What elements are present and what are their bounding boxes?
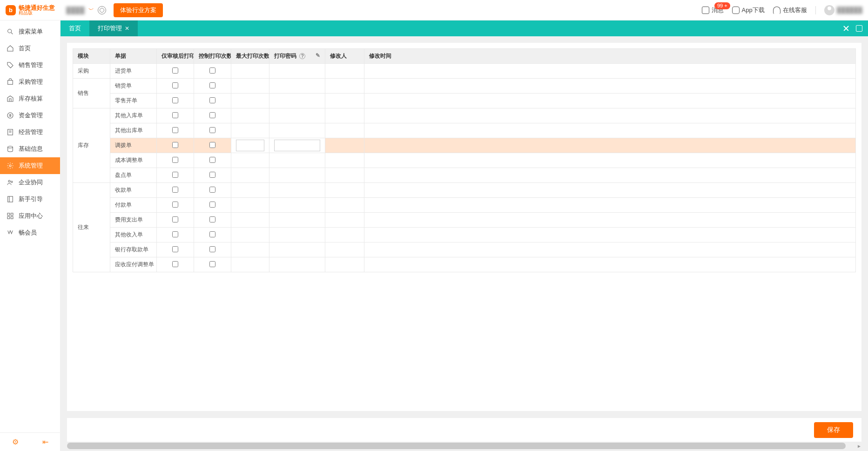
horizontal-scrollbar[interactable]: ◄ ► bbox=[67, 443, 861, 449]
limit-checkbox[interactable] bbox=[209, 216, 215, 222]
cell-modifier bbox=[325, 79, 364, 94]
audit-checkbox[interactable] bbox=[172, 202, 178, 208]
sidebar-item-db[interactable]: 基础信息 bbox=[0, 141, 60, 157]
audit-checkbox[interactable] bbox=[172, 231, 178, 237]
online-service-button[interactable]: 在线客服 bbox=[773, 6, 807, 14]
limit-checkbox[interactable] bbox=[209, 157, 215, 163]
limit-checkbox[interactable] bbox=[209, 187, 215, 193]
search-icon bbox=[7, 28, 14, 35]
limit-checkbox[interactable] bbox=[209, 142, 215, 148]
settings-icon[interactable]: ⚙ bbox=[12, 438, 19, 446]
limit-checkbox[interactable] bbox=[209, 112, 215, 118]
limit-checkbox[interactable] bbox=[209, 172, 215, 178]
cell-print-password bbox=[269, 257, 325, 272]
limit-checkbox[interactable] bbox=[209, 67, 215, 74]
limit-checkbox[interactable] bbox=[209, 97, 215, 103]
messages-button[interactable]: 消息 99 + bbox=[702, 6, 724, 14]
table-row[interactable]: 销售销货单 bbox=[73, 79, 856, 94]
sidebar-item-apps[interactable]: 应用中心 bbox=[0, 208, 60, 224]
cell-modifier bbox=[325, 168, 364, 183]
audit-checkbox[interactable] bbox=[172, 127, 178, 133]
close-all-tabs-icon[interactable] bbox=[843, 25, 849, 32]
industry-plan-button[interactable]: 体验行业方案 bbox=[114, 3, 163, 17]
audit-checkbox[interactable] bbox=[172, 246, 178, 252]
cell-modify-time bbox=[364, 64, 856, 79]
sidebar-item-gear[interactable]: 系统管理 bbox=[0, 157, 60, 174]
collapse-icon[interactable]: ⇤ bbox=[42, 438, 48, 446]
cell-max-count bbox=[231, 64, 269, 79]
sidebar-item-team[interactable]: 企业协同 bbox=[0, 174, 60, 191]
sidebar-item-stock[interactable]: 库存核算 bbox=[0, 90, 60, 107]
audit-checkbox[interactable] bbox=[172, 172, 178, 178]
panel: 模块 单据 仅审核后打印 控制打印次数 最大打印次数 打印密码 ? ✎ 修改人 bbox=[67, 43, 861, 411]
max-count-input[interactable] bbox=[236, 140, 264, 151]
cell-print-password bbox=[269, 108, 325, 123]
fullscreen-icon[interactable] bbox=[856, 25, 862, 32]
audit-checkbox[interactable] bbox=[172, 187, 178, 193]
cell-print-password bbox=[269, 168, 325, 183]
sidebar-item-vip[interactable]: 畅会员 bbox=[0, 224, 60, 241]
tab-print-manage[interactable]: 打印管理 ✕ bbox=[89, 20, 138, 36]
svg-point-9 bbox=[8, 180, 10, 182]
sidebar: 搜索菜单首页销售管理采购管理库存核算资金管理经营管理基础信息系统管理企业协同新手… bbox=[0, 20, 61, 451]
user-menu[interactable]: ██████ bbox=[824, 5, 862, 15]
table-row[interactable]: 费用支出单 bbox=[73, 213, 856, 228]
sidebar-item-money[interactable]: 资金管理 bbox=[0, 107, 60, 124]
audit-checkbox[interactable] bbox=[172, 67, 178, 74]
limit-checkbox[interactable] bbox=[209, 82, 215, 88]
table-header-row: 模块 单据 仅审核后打印 控制打印次数 最大打印次数 打印密码 ? ✎ 修改人 bbox=[73, 49, 856, 64]
limit-checkbox[interactable] bbox=[209, 202, 215, 208]
print-password-input[interactable] bbox=[274, 140, 320, 151]
edit-icon[interactable]: ✎ bbox=[316, 52, 320, 59]
audit-checkbox[interactable] bbox=[172, 216, 178, 222]
cell-max-count bbox=[231, 213, 269, 228]
save-button[interactable]: 保存 bbox=[814, 422, 853, 438]
audit-checkbox[interactable] bbox=[172, 157, 178, 163]
sidebar-item-report[interactable]: 经营管理 bbox=[0, 124, 60, 141]
table-row[interactable]: 应收应付调整单 bbox=[73, 257, 856, 272]
gear-icon[interactable] bbox=[98, 6, 106, 14]
audit-checkbox[interactable] bbox=[172, 261, 178, 267]
table-row[interactable]: 其他出库单 bbox=[73, 123, 856, 138]
audit-checkbox[interactable] bbox=[172, 112, 178, 118]
audit-checkbox[interactable] bbox=[172, 142, 178, 148]
cell-doc: 其他出库单 bbox=[110, 123, 157, 138]
sidebar-item-guide[interactable]: 新手引导 bbox=[0, 191, 60, 208]
cell-max-count bbox=[231, 198, 269, 213]
sidebar-item-search[interactable]: 搜索菜单 bbox=[0, 23, 60, 40]
sidebar-item-label: 搜索菜单 bbox=[19, 27, 43, 36]
table-row[interactable]: 银行存取款单 bbox=[73, 242, 856, 257]
audit-checkbox[interactable] bbox=[172, 97, 178, 103]
app-download-button[interactable]: App下载 bbox=[732, 6, 765, 14]
limit-checkbox[interactable] bbox=[209, 231, 215, 237]
tab-home[interactable]: 首页 bbox=[61, 20, 89, 36]
app-download-label: App下载 bbox=[742, 6, 765, 14]
table-row[interactable]: 库存其他入库单 bbox=[73, 108, 856, 123]
table-row[interactable]: 盘点单 bbox=[73, 168, 856, 183]
help-icon[interactable]: ? bbox=[299, 53, 305, 59]
table-row[interactable]: 成本调整单 bbox=[73, 153, 856, 168]
col-print-password-label: 打印密码 bbox=[274, 53, 296, 59]
limit-checkbox[interactable] bbox=[209, 261, 215, 267]
scrollbar-thumb[interactable] bbox=[67, 443, 846, 449]
sidebar-item-bag[interactable]: 采购管理 bbox=[0, 74, 60, 90]
limit-checkbox[interactable] bbox=[209, 246, 215, 252]
table-row[interactable]: 调拨单 bbox=[73, 138, 856, 153]
table-row[interactable]: 往来收款单 bbox=[73, 183, 856, 198]
table-row[interactable]: 零售开单 bbox=[73, 94, 856, 108]
sidebar-item-tag[interactable]: 销售管理 bbox=[0, 57, 60, 74]
sidebar-item-label: 企业协同 bbox=[19, 178, 43, 187]
company-selector[interactable]: ████ ﹀ bbox=[66, 6, 106, 14]
cell-limit-checkbox bbox=[194, 213, 231, 228]
limit-checkbox[interactable] bbox=[209, 127, 215, 133]
cell-limit-checkbox bbox=[194, 242, 231, 257]
table-row[interactable]: 付款单 bbox=[73, 198, 856, 213]
close-icon[interactable]: ✕ bbox=[125, 25, 129, 32]
cell-modifier bbox=[325, 213, 364, 228]
scroll-right-icon[interactable]: ► bbox=[856, 443, 862, 449]
cell-modify-time bbox=[364, 94, 856, 108]
sidebar-item-home[interactable]: 首页 bbox=[0, 40, 60, 57]
table-row[interactable]: 采购进货单 bbox=[73, 64, 856, 79]
audit-checkbox[interactable] bbox=[172, 82, 178, 88]
table-row[interactable]: 其他收入单 bbox=[73, 228, 856, 242]
